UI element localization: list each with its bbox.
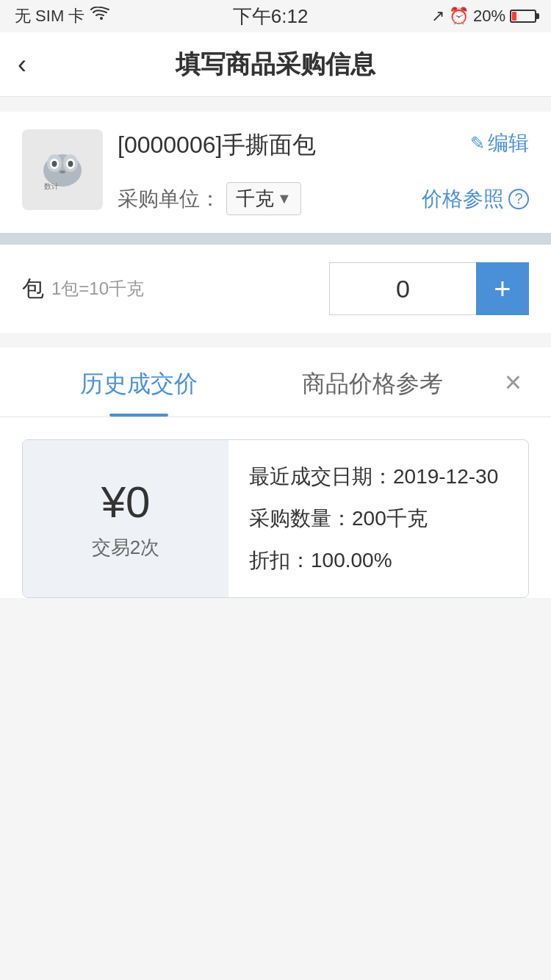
page-title: 填写商品采购信息 <box>176 48 375 82</box>
edit-label: 编辑 <box>488 129 529 157</box>
battery-icon <box>510 10 536 23</box>
product-card: 数计 [0000006]手撕面包 ✎ 编辑 采购单位： 千克 ▼ 价格参照 ? <box>0 112 551 233</box>
divider-strip <box>0 233 551 245</box>
help-icon: ? <box>508 189 529 209</box>
quantity-plus-button[interactable]: + <box>476 262 529 315</box>
quantity-value-text: 200千克 <box>352 507 428 530</box>
product-header: [0000006]手撕面包 ✎ 编辑 <box>118 129 529 162</box>
main-content <box>0 620 551 980</box>
quantity-label-text: 采购数量： <box>249 507 352 530</box>
back-button[interactable]: ‹ <box>18 49 26 80</box>
quantity-row: 包 1包=10千克 + <box>0 245 551 333</box>
tab-product-label: 商品价格参考 <box>302 370 443 397</box>
product-logo: 数计 <box>37 141 88 199</box>
unit-selector[interactable]: 千克 ▼ <box>226 182 301 215</box>
price-right-panel: 最近成交日期：2019-12-30 采购数量：200千克 折扣：100.00% <box>228 440 528 597</box>
edit-button[interactable]: ✎ 编辑 <box>470 129 529 157</box>
tab-underline <box>109 414 168 417</box>
product-thumbnail: 数计 <box>22 129 103 210</box>
price-card: ¥0 交易2次 最近成交日期：2019-12-30 采购数量：200千克 折扣：… <box>22 439 529 598</box>
date-value: 2019-12-30 <box>393 465 498 488</box>
price-ref-label: 价格参照 <box>422 185 504 213</box>
pack-ratio: 1包=10千克 <box>51 277 144 300</box>
price-value: 0 <box>126 478 150 527</box>
discount-value: 100.00% <box>311 549 392 572</box>
product-unit-row: 采购单位： 千克 ▼ 价格参照 ? <box>118 182 529 215</box>
unit-section: 采购单位： 千克 ▼ <box>118 182 301 215</box>
price-left-panel: ¥0 交易2次 <box>23 440 228 597</box>
price-detail-date: 最近成交日期：2019-12-30 <box>249 462 508 491</box>
price-detail-quantity: 采购数量：200千克 <box>249 504 508 533</box>
price-currency: ¥ <box>101 478 126 527</box>
price-amount: ¥0 <box>101 477 151 527</box>
product-info: [0000006]手撕面包 ✎ 编辑 采购单位： 千克 ▼ 价格参照 ? <box>118 129 529 215</box>
quantity-label: 包 1包=10千克 <box>22 274 144 304</box>
status-right: ↗ ⏰ 20% <box>431 7 536 26</box>
alarm-icon: ⏰ <box>449 7 469 26</box>
discount-label: 折扣： <box>249 549 311 572</box>
date-label: 最近成交日期： <box>249 465 393 488</box>
price-detail-discount: 折扣：100.00% <box>249 546 508 574</box>
svg-text:数计: 数计 <box>44 182 59 190</box>
pack-label: 包 <box>22 274 44 304</box>
svg-point-5 <box>52 161 57 167</box>
carrier-text: 无 SIM 卡 <box>15 5 84 27</box>
nav-bar: ‹ 填写商品采购信息 <box>0 32 551 97</box>
location-icon: ↗ <box>431 7 444 26</box>
tab-history-price[interactable]: 历史成交价 <box>22 347 256 417</box>
unit-label: 采购单位： <box>118 185 220 213</box>
wifi-icon <box>90 7 109 26</box>
svg-point-6 <box>68 161 73 167</box>
status-time: 下午6:12 <box>233 4 309 29</box>
edit-icon: ✎ <box>470 133 485 154</box>
svg-point-7 <box>60 170 65 173</box>
quantity-control: + <box>329 262 529 315</box>
tab-product-price[interactable]: 商品价格参考 <box>256 347 489 417</box>
status-bar: 无 SIM 卡 下午6:12 ↗ ⏰ 20% <box>0 0 551 32</box>
tab-history-label: 历史成交价 <box>80 370 198 397</box>
battery-percent: 20% <box>473 7 505 26</box>
tab-bar: 历史成交价 商品价格参考 × <box>0 347 551 417</box>
unit-arrow-icon: ▼ <box>277 190 292 207</box>
unit-value: 千克 <box>236 186 274 212</box>
price-trades: 交易2次 <box>92 535 159 561</box>
product-name: [0000006]手撕面包 <box>118 129 470 162</box>
tab-section: 历史成交价 商品价格参考 × ¥0 交易2次 最近成交日期：2019-12-30… <box>0 347 551 598</box>
price-reference-button[interactable]: 价格参照 ? <box>422 185 529 213</box>
quantity-input[interactable] <box>329 262 476 315</box>
status-left: 无 SIM 卡 <box>15 5 109 27</box>
tab-close-button[interactable]: × <box>497 359 529 406</box>
